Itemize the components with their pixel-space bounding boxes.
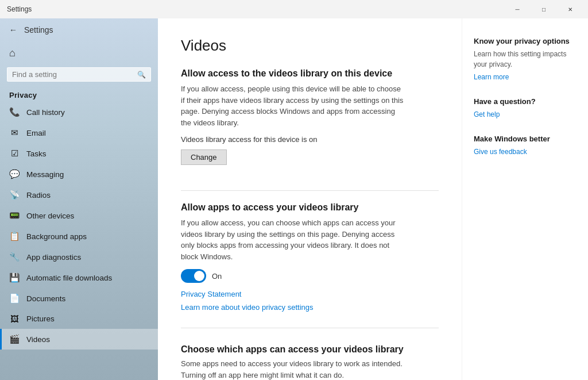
divider-1 bbox=[181, 190, 439, 191]
sidebar-item-app-diagnostics[interactable]: 🔧 App diagnostics bbox=[0, 247, 158, 267]
section1-status: Videos library access for this device is… bbox=[181, 135, 439, 144]
title-bar: Settings ─ □ ✕ bbox=[0, 0, 588, 18]
title-bar-title: Settings bbox=[7, 5, 32, 13]
sidebar-item-pictures[interactable]: 🖼 Pictures bbox=[0, 309, 158, 329]
sidebar-item-label: Documents bbox=[26, 294, 65, 303]
app-access-toggle[interactable] bbox=[181, 269, 206, 283]
sidebar-item-label: Automatic file downloads bbox=[26, 274, 112, 282]
home-icon: ⌂ bbox=[9, 47, 16, 59]
sidebar-section-header: Privacy bbox=[0, 86, 158, 102]
sidebar: ← Settings ⌂ 🔍 Privacy 📞 Call history ✉ … bbox=[0, 18, 158, 380]
panel-question: Have a question? Get help bbox=[474, 97, 577, 118]
learn-more-panel-link[interactable]: Learn more bbox=[474, 73, 509, 81]
content-area: Videos Allow access to the videos librar… bbox=[158, 18, 462, 380]
sidebar-item-radios[interactable]: 📡 Radios bbox=[0, 185, 158, 205]
section1-title: Allow access to the videos library on th… bbox=[181, 68, 439, 79]
page-title: Videos bbox=[181, 37, 439, 55]
give-feedback-link[interactable]: Give us feedback bbox=[474, 148, 527, 156]
automatic-downloads-icon: 💾 bbox=[9, 272, 20, 283]
section-choose-apps: Choose which apps can access your videos… bbox=[181, 344, 439, 380]
search-box[interactable]: 🔍 bbox=[7, 67, 151, 82]
other-devices-icon: 📟 bbox=[9, 210, 20, 221]
title-bar-controls: ─ □ ✕ bbox=[504, 0, 583, 18]
sidebar-app-title: Settings bbox=[24, 25, 53, 34]
panel-heading-feedback: Make Windows better bbox=[474, 135, 577, 143]
section3-description: Some apps need to access your videos lib… bbox=[181, 358, 405, 380]
section2-title: Allow apps to access your videos library bbox=[181, 202, 439, 213]
panel-heading-privacy: Know your privacy options bbox=[474, 37, 577, 45]
section3-title: Choose which apps can access your videos… bbox=[181, 344, 439, 355]
section-device-access: Allow access to the videos library on th… bbox=[181, 68, 439, 179]
back-icon: ← bbox=[9, 25, 17, 34]
sidebar-item-other-devices[interactable]: 📟 Other devices bbox=[0, 205, 158, 226]
toggle-label: On bbox=[212, 272, 222, 281]
sidebar-item-email[interactable]: ✉ Email bbox=[0, 122, 158, 143]
sidebar-item-label: Messaging bbox=[26, 170, 64, 179]
pictures-icon: 🖼 bbox=[9, 314, 20, 324]
title-bar-left: Settings bbox=[7, 5, 32, 13]
panel-heading-question: Have a question? bbox=[474, 97, 577, 106]
sidebar-item-tasks[interactable]: ☑ Tasks bbox=[0, 143, 158, 164]
divider-2 bbox=[181, 328, 439, 328]
section-app-access: Allow apps to access your videos library… bbox=[181, 202, 439, 316]
right-panel: Know your privacy options Learn how this… bbox=[462, 18, 588, 380]
sidebar-item-documents[interactable]: 📄 Documents bbox=[0, 288, 158, 309]
search-input[interactable] bbox=[12, 70, 137, 79]
sidebar-item-background-apps[interactable]: 📋 Background apps bbox=[0, 226, 158, 247]
radios-icon: 📡 bbox=[9, 190, 20, 200]
email-icon: ✉ bbox=[9, 128, 20, 138]
panel-privacy-options: Know your privacy options Learn how this… bbox=[474, 37, 577, 81]
sidebar-item-messaging[interactable]: 💬 Messaging bbox=[0, 164, 158, 185]
back-button[interactable]: ← bbox=[7, 23, 20, 37]
sidebar-item-call-history[interactable]: 📞 Call history bbox=[0, 102, 158, 122]
sidebar-item-label: Email bbox=[26, 129, 46, 137]
sidebar-item-automatic-downloads[interactable]: 💾 Automatic file downloads bbox=[0, 267, 158, 288]
main-layout: ← Settings ⌂ 🔍 Privacy 📞 Call history ✉ … bbox=[0, 18, 588, 380]
section1-description: If you allow access, people using this d… bbox=[181, 83, 405, 128]
minimize-button[interactable]: ─ bbox=[504, 0, 531, 18]
home-button[interactable]: ⌂ bbox=[0, 41, 158, 65]
messaging-icon: 💬 bbox=[9, 169, 20, 179]
toggle-row: On bbox=[181, 269, 439, 283]
learn-more-link[interactable]: Learn more about video privacy settings bbox=[181, 303, 439, 312]
sidebar-item-label: Videos bbox=[26, 335, 50, 344]
sidebar-item-label: Other devices bbox=[26, 212, 74, 220]
sidebar-item-label: Background apps bbox=[26, 232, 87, 241]
search-icon: 🔍 bbox=[137, 71, 146, 79]
change-button[interactable]: Change bbox=[181, 149, 227, 165]
get-help-link[interactable]: Get help bbox=[474, 110, 500, 118]
background-apps-icon: 📋 bbox=[9, 231, 20, 241]
sidebar-item-videos[interactable]: 🎬 Videos bbox=[0, 329, 158, 350]
sidebar-top: ← Settings bbox=[0, 18, 158, 41]
section2-description: If you allow access, you can choose whic… bbox=[181, 217, 405, 262]
panel-feedback: Make Windows better Give us feedback bbox=[474, 135, 577, 156]
toggle-knob bbox=[194, 271, 204, 281]
privacy-statement-link[interactable]: Privacy Statement bbox=[181, 290, 439, 298]
panel-text-privacy: Learn how this setting impacts your priv… bbox=[474, 49, 577, 70]
sidebar-item-label: Pictures bbox=[26, 314, 55, 323]
sidebar-item-label: Call history bbox=[26, 108, 65, 117]
sidebar-item-label: Tasks bbox=[26, 149, 47, 158]
documents-icon: 📄 bbox=[9, 293, 20, 304]
sidebar-item-label: App diagnostics bbox=[26, 253, 81, 262]
call-history-icon: 📞 bbox=[9, 107, 20, 117]
sidebar-item-label: Radios bbox=[26, 191, 51, 199]
app-diagnostics-icon: 🔧 bbox=[9, 252, 20, 262]
restore-button[interactable]: □ bbox=[531, 0, 557, 18]
close-button[interactable]: ✕ bbox=[557, 0, 583, 18]
videos-icon: 🎬 bbox=[9, 334, 20, 344]
tasks-icon: ☑ bbox=[9, 148, 20, 159]
